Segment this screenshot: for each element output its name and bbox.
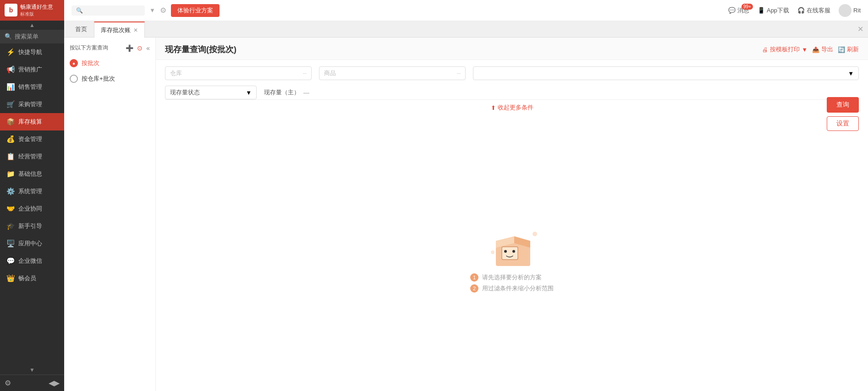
topbar-left: 🔍 ▼ ⚙ 体验行业方案 xyxy=(71,4,220,17)
tab-close-icon[interactable]: ✕ xyxy=(133,27,138,33)
avatar xyxy=(839,4,852,17)
sidebar-item-8[interactable]: ⚙️系统管理 xyxy=(0,183,64,200)
status-filter: ▼ xyxy=(473,66,859,80)
nav-icon-13: 👑 xyxy=(6,274,15,282)
sidebar-item-10[interactable]: 🎓新手引导 xyxy=(0,217,64,235)
plan-item-batch[interactable]: ● 按批次 xyxy=(64,55,155,71)
sidebar-item-0[interactable]: ⚡快捷导航 xyxy=(0,43,64,61)
sidebar-item-6[interactable]: 📋经营管理 xyxy=(0,148,64,165)
sidebar-item-9[interactable]: 🤝企业协同 xyxy=(0,200,64,217)
tabbar: 首页 库存批次账 ✕ ✕ xyxy=(64,21,868,38)
hint-num-2: 2 xyxy=(470,284,478,293)
collapse-panel-icon[interactable]: « xyxy=(146,44,150,52)
nav-icon-11: 🖥️ xyxy=(6,239,15,248)
set-btn[interactable]: 设置 xyxy=(827,116,859,131)
nav-icon-0: ⚡ xyxy=(6,48,15,56)
add-plan-icon[interactable]: ➕ xyxy=(126,44,133,52)
refresh-icon: 🔄 xyxy=(838,46,845,53)
sidebar-header: b 畅康通好生意 标准版 xyxy=(0,0,64,21)
status-select[interactable]: ▼ xyxy=(473,66,859,80)
user-avatar[interactable]: Rit xyxy=(839,4,861,17)
global-search-box[interactable]: 🔍 xyxy=(71,5,145,16)
sidebar-item-7[interactable]: 📁基础信息 xyxy=(0,165,64,183)
left-panel: 按以下方案查询 ➕ ⊙ « ● 按批次 按仓库+批次 xyxy=(64,38,156,391)
tab-home[interactable]: 首页 xyxy=(69,21,94,37)
trial-btn[interactable]: 体验行业方案 xyxy=(171,4,220,17)
hint-item-1: 1 请先选择要分析的方案 xyxy=(470,273,554,282)
sidebar-item-12[interactable]: 💬企业微信 xyxy=(0,252,64,270)
sidebar-scroll-down[interactable]: ▼ xyxy=(0,365,64,375)
dropdown-arrow-icon: ▼ xyxy=(246,89,252,96)
user-name: Rit xyxy=(853,7,861,14)
nav-icon-6: 📋 xyxy=(6,152,15,161)
nav-icon-2: 📊 xyxy=(6,83,15,91)
messages-btn[interactable]: 💬 消息 99+ xyxy=(728,6,749,15)
svg-point-4 xyxy=(504,250,507,253)
sidebar-item-3[interactable]: 🛒采购管理 xyxy=(0,96,64,113)
nav-icon-10: 🎓 xyxy=(6,222,15,230)
stock-qty-filter: 现存量（主） — xyxy=(264,88,356,97)
action-buttons: 查询 设置 xyxy=(827,97,859,131)
headset-icon: 🎧 xyxy=(797,7,805,14)
export-btn[interactable]: 📤 导出 xyxy=(812,45,833,54)
sidebar-item-2[interactable]: 📊销售管理 xyxy=(0,78,64,96)
svg-point-5 xyxy=(512,250,515,253)
sidebar-item-5[interactable]: 💰资金管理 xyxy=(0,130,64,148)
sidebar-item-13[interactable]: 👑畅会员 xyxy=(0,270,64,287)
nav-icon-12: 💬 xyxy=(6,257,15,265)
hint-num-1: 1 xyxy=(470,273,478,282)
message-icon: 💬 xyxy=(728,7,736,14)
export-icon: 📤 xyxy=(812,46,819,53)
app-download-btn[interactable]: 📱 App下载 xyxy=(758,6,789,15)
stock-status-filter: 现存量状态 ▼ xyxy=(165,86,257,99)
nav-icon-3: 🛒 xyxy=(6,100,15,109)
stock-status-select[interactable]: 现存量状态 ▼ xyxy=(165,86,257,99)
collapse-bar[interactable]: ⬆ 收起更多条件 xyxy=(165,99,859,115)
search-icon: 🔍 xyxy=(76,7,83,14)
print-btn[interactable]: 🖨 按模板打印 ▼ xyxy=(762,45,808,54)
sidebar: b 畅康通好生意 标准版 ▲ 🔍 搜索菜单 ⚡快捷导航📢营销推广📊销售管理🛒采购… xyxy=(0,0,64,391)
refresh-btn[interactable]: 🔄 刷新 xyxy=(838,45,859,54)
page-title: 现存量查询(按批次) xyxy=(165,44,236,55)
left-panel-header: 按以下方案查询 ➕ ⊙ « xyxy=(64,42,155,55)
nav-icon-7: 📁 xyxy=(6,170,15,178)
nav-icon-1: 📢 xyxy=(6,65,15,74)
dropdown-icon[interactable]: ▼ xyxy=(149,7,155,14)
collapse-sidebar-icon[interactable]: ◀▶ xyxy=(49,379,60,387)
sidebar-footer: ⚙ ◀▶ xyxy=(0,375,64,391)
empty-hints: 1 请先选择要分析的方案 2 用过滤条件来缩小分析范围 xyxy=(470,273,554,293)
settings-icon[interactable]: ⚙ xyxy=(160,6,166,15)
left-panel-title: 按以下方案查询 xyxy=(70,44,108,52)
warehouse-dots-icon[interactable]: ··· xyxy=(303,71,307,76)
stock-qty-range: 现存量（主） — xyxy=(264,88,356,97)
product-input[interactable]: 商品 ··· xyxy=(319,66,466,80)
sidebar-item-11[interactable]: 🖥️应用中心 xyxy=(0,235,64,252)
close-panel-icon[interactable]: ✕ xyxy=(857,25,863,33)
sidebar-scroll-up[interactable]: ▲ xyxy=(0,21,64,30)
empty-state: 1 请先选择要分析的方案 2 用过滤条件来缩小分析范围 xyxy=(156,122,868,391)
warehouse-filter: 仓库 ··· xyxy=(165,66,312,80)
plan-item-warehouse-batch[interactable]: 按仓库+批次 xyxy=(64,71,155,87)
phone-icon: 📱 xyxy=(758,7,765,14)
left-panel-actions: ➕ ⊙ « xyxy=(126,44,150,52)
tab-inventory[interactable]: 库存批次账 ✕ xyxy=(94,22,145,38)
content-area: 按以下方案查询 ➕ ⊙ « ● 按批次 按仓库+批次 现存量查询(按批次) xyxy=(64,38,868,391)
sidebar-search[interactable]: 🔍 搜索菜单 xyxy=(0,30,64,43)
online-service-btn[interactable]: 🎧 在线客服 xyxy=(797,6,830,15)
print-icon: 🖨 xyxy=(762,46,768,53)
sidebar-item-1[interactable]: 📢营销推广 xyxy=(0,61,64,78)
settings-icon[interactable]: ⚙ xyxy=(5,379,11,387)
warehouse-input[interactable]: 仓库 ··· xyxy=(165,66,312,80)
settings-plan-icon[interactable]: ⊙ xyxy=(137,44,143,52)
search-icon: 🔍 xyxy=(5,33,12,40)
range-dash: — xyxy=(303,89,309,96)
query-btn[interactable]: 查询 xyxy=(827,97,859,113)
right-panel: 现存量查询(按批次) 🖨 按模板打印 ▼ 📤 导出 🔄 刷新 xyxy=(156,38,868,391)
nav-icon-4: 📦 xyxy=(6,118,15,126)
product-dots-icon[interactable]: ··· xyxy=(457,71,461,76)
page-header: 现存量查询(按批次) 🖨 按模板打印 ▼ 📤 导出 🔄 刷新 xyxy=(156,38,868,60)
app-title: 畅康通好生意 标准版 xyxy=(20,4,53,17)
app-logo: b xyxy=(5,4,17,16)
sidebar-item-4[interactable]: 📦库存核算 xyxy=(0,113,64,130)
tab-home-label: 首页 xyxy=(75,25,87,33)
